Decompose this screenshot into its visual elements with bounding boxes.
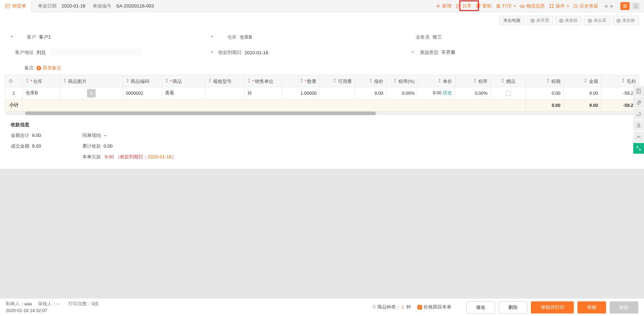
col-image[interactable]: 商品图片 — [60, 75, 123, 87]
cell-price[interactable]: 9.00 — [355, 87, 386, 99]
col-spec[interactable]: 规格型号 — [205, 75, 244, 87]
chevron-down-icon: ▾ — [514, 4, 515, 8]
col-warehouse[interactable]: *仓库 — [23, 75, 60, 87]
col-taxamt[interactable]: 税额 — [526, 75, 563, 87]
subtotal-label: 小计 — [5, 99, 23, 112]
footer-bar: 制单人：aaa 审核人：-- 打印次数：0次 2020-01-16 14:32:… — [0, 298, 644, 316]
svg-rect-16 — [636, 4, 638, 8]
rail-expand-button[interactable] — [633, 143, 644, 154]
chip-not-out[interactable]: i未出库 — [584, 16, 610, 25]
action-logistics[interactable]: 物流信息 — [520, 3, 545, 9]
delete-button[interactable]: 删除 — [499, 301, 527, 313]
payment-title: 收款信息 — [11, 122, 633, 128]
svg-rect-7 — [520, 5, 523, 7]
plus-circle-icon: + — [37, 66, 41, 70]
col-qty[interactable]: *数量 — [282, 75, 320, 87]
cell-product[interactable]: 香蕉 — [162, 87, 205, 99]
image-placeholder-icon: b — [87, 89, 96, 98]
footer-timestamp: 2020-01-16 14:32:07 — [6, 307, 99, 314]
action-history[interactable]: 历史单据 — [573, 3, 598, 9]
col-avail[interactable]: 可用量 — [320, 75, 355, 87]
tab-sales-order[interactable]: 销货单 — [0, 0, 32, 12]
kinds-count: 1 — [402, 305, 404, 310]
horizontal-scrollbar[interactable] — [5, 112, 639, 115]
rail-note-button[interactable] — [633, 86, 644, 97]
next-record-button[interactable]: ▶ — [610, 3, 614, 9]
prints-value: 0次 — [92, 301, 99, 306]
table-row[interactable]: 1 仓库B b 0000002 香蕉 台 1.00000 9.00 0.00% … — [5, 87, 639, 99]
modify-button[interactable]: 修改 — [466, 301, 495, 313]
action-new[interactable]: 新增 — [436, 3, 451, 9]
auditor-value: -- — [57, 301, 59, 306]
warehouse-value: 仓库B — [239, 34, 252, 40]
prev-record-button[interactable]: ◀ — [604, 3, 607, 9]
doc-no-label: 单据编号 — [93, 3, 111, 9]
deal-label: 成交金额 — [11, 143, 29, 149]
chip-not-invoiced[interactable]: i未开票 — [527, 16, 553, 25]
col-unitprice[interactable]: 单价 — [418, 75, 455, 87]
cell-unitprice[interactable]: 9.00历史 — [418, 87, 455, 99]
col-gift[interactable]: 赠品 — [490, 75, 526, 87]
price-history-link[interactable]: 历史 — [443, 90, 452, 95]
col-code[interactable]: 商品编码 — [123, 75, 162, 87]
add-note-button[interactable]: +添加备注 — [37, 65, 61, 71]
col-price[interactable]: 报价 — [355, 75, 386, 87]
col-tax[interactable]: 税率 — [455, 75, 491, 87]
warehouse-label: 仓库 — [217, 34, 237, 40]
col-taxrate[interactable]: 税率(%) — [386, 75, 418, 87]
svg-point-8 — [521, 7, 522, 8]
grid-icon — [549, 4, 554, 9]
nav-arrows: ◀ ▶ — [604, 3, 614, 9]
payment-info: 收款信息 金额合计 9.00 同单现结 -- 成交金额 9.00 累计收款 0.… — [0, 115, 644, 169]
col-product[interactable]: *商品 — [162, 75, 205, 87]
svg-rect-15 — [634, 4, 635, 8]
view-card-button[interactable] — [631, 2, 640, 10]
cell-tax[interactable]: 0.00% — [455, 87, 491, 99]
cell-unit[interactable]: 台 — [244, 87, 282, 99]
salesman-label: 业务员 — [412, 34, 430, 40]
col-unit[interactable]: *销售单位 — [244, 75, 282, 87]
header-fields: 单据日期 2020-01-16 单据编号 SA-20200116-003 — [38, 3, 154, 9]
action-share[interactable]: 分享 — [456, 3, 471, 9]
rail-user-button[interactable] — [633, 120, 644, 131]
cell-gift[interactable] — [490, 87, 526, 99]
copyright-icon: © — [373, 305, 376, 310]
cell-code[interactable]: 0000002 — [123, 87, 162, 99]
owe-label: 本单欠款 — [82, 154, 101, 159]
audit-print-button[interactable]: 审核并打印 — [531, 301, 574, 313]
column-settings[interactable] — [5, 75, 23, 87]
cell-image[interactable]: b — [60, 87, 123, 99]
svg-rect-12 — [550, 6, 551, 8]
action-copy[interactable]: 复制 — [476, 3, 492, 9]
rail-refresh-button[interactable] — [633, 109, 644, 119]
duedate-label: 收款到期日 — [217, 49, 242, 56]
svg-rect-5 — [497, 4, 499, 5]
chip-not-effective[interactable]: i未生效 — [612, 16, 639, 25]
cell-warehouse[interactable]: 仓库B — [23, 87, 60, 99]
checkbox-icon[interactable] — [506, 91, 511, 96]
col-amount[interactable]: 金额 — [563, 75, 601, 87]
follow-price-toggle[interactable]: ✓价格跟踪本单 — [417, 304, 451, 310]
action-print[interactable]: 打印 ▾ — [496, 3, 515, 9]
chip-not-received[interactable]: i未收款 — [555, 16, 582, 25]
col-profit[interactable]: 毛利 — [601, 75, 639, 87]
view-list-button[interactable] — [620, 2, 630, 10]
customer-label: 客户 — [16, 34, 36, 40]
action-operate[interactable]: 操作 ▾ — [549, 3, 569, 9]
cell-spec[interactable] — [205, 87, 244, 99]
scrollbar-thumb[interactable] — [25, 112, 376, 115]
address-label: 客户地址 — [11, 49, 34, 56]
status-chips: 来自电脑 i未开票 i未收款 i未出库 i未生效 — [0, 12, 644, 25]
duedate-value: 2020-01-16 — [244, 50, 268, 55]
audit-button[interactable]: 审核 — [577, 301, 606, 313]
cell-qty[interactable]: 1.00000 — [282, 87, 320, 99]
cash-value: -- — [103, 133, 107, 138]
rail-link-button[interactable] — [633, 132, 644, 142]
receive-button[interactable]: 收款 — [610, 301, 638, 313]
history-icon — [573, 4, 578, 9]
cell-taxrate[interactable]: 0.00% — [386, 87, 418, 99]
rail-attach-button[interactable] — [633, 97, 644, 108]
svg-point-20 — [638, 124, 640, 126]
svg-point-9 — [523, 7, 524, 8]
doc-date-value: 2020-01-16 — [62, 3, 86, 9]
